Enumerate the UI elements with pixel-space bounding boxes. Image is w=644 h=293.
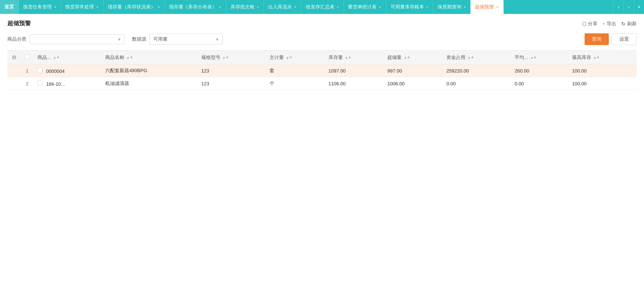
row-capital-1: 0.00 — [443, 77, 511, 90]
col-stock-header[interactable]: 库存量 ▲▼ — [325, 51, 384, 64]
nav-close-all[interactable]: × — [634, 0, 644, 14]
row-select-0[interactable] — [37, 68, 43, 73]
nav-item-order-stats[interactable]: 要货单统计表 × — [344, 0, 386, 14]
col-code-header[interactable]: 商品... ▲▼ — [34, 51, 102, 64]
nav-item-inventory-status[interactable]: 现存量（库存状况表） × — [103, 0, 165, 14]
col-name-header[interactable]: 商品名称 ▲▼ — [102, 51, 198, 64]
nav-label-inout-flow: 出入库流水 — [268, 4, 292, 10]
export-label: 导出 — [607, 21, 616, 27]
nav-label-abnormal: 拣货异常处理 — [65, 4, 94, 10]
nav-close-quality-check[interactable]: × — [464, 5, 466, 9]
row-num-1: 2 — [21, 77, 34, 90]
sort-capital-icon: ▲▼ — [468, 56, 474, 59]
export-button[interactable]: ↑ 导出 — [603, 21, 616, 27]
table-row: 2 186-10... 机油滤清器 123 个 1106.00 1006.00 … — [7, 77, 637, 90]
nav-arrows: ‹ › × — [613, 0, 644, 14]
col-checkbox-header — [21, 51, 34, 64]
row-name-1: 机油滤清器 — [102, 77, 198, 90]
nav-label-overstock-alert: 超储预警 — [475, 4, 494, 10]
refresh-icon: ↻ — [621, 21, 626, 27]
nav-next-arrow[interactable]: › — [623, 0, 634, 14]
col-spec-header[interactable]: 规格型号 ▲▼ — [198, 51, 266, 64]
nav-item-batch[interactable]: 库存批次账 × — [226, 0, 264, 14]
page-title: 超储预警 — [7, 20, 31, 27]
datasource-select[interactable]: 可用量 ▾ — [149, 34, 223, 45]
nav-label-inventory-status: 现存量（库存状况表） — [108, 4, 155, 10]
col-maxstock-header[interactable]: 最高库存 ▲▼ — [568, 51, 637, 64]
sort-unit-icon: ▲▼ — [286, 56, 292, 59]
sort-maxstock-icon: ▲▼ — [593, 56, 600, 59]
row-checkbox-1: 186-10... — [34, 77, 102, 90]
nav-prev-arrow[interactable]: ‹ — [613, 0, 623, 14]
row-spec-0: 123 — [198, 64, 266, 77]
nav-item-abnormal[interactable]: 拣货异常处理 × — [61, 0, 103, 14]
row-overstock-0: 997.00 — [384, 64, 443, 77]
col-avg-header[interactable]: 平均... ▲▼ — [511, 51, 568, 64]
share-icon: ⬡ — [582, 21, 586, 27]
nav-close-overstock-alert[interactable]: × — [496, 5, 498, 9]
category-select[interactable]: ▾ — [29, 34, 125, 44]
select-all-checkbox[interactable] — [25, 54, 30, 59]
row-settings-1 — [7, 77, 21, 90]
nav-close-batch[interactable]: × — [257, 5, 259, 9]
share-button[interactable]: ⬡ 分享 — [582, 21, 597, 27]
row-unit-0: 套 — [266, 64, 325, 77]
nav-label-collect-send: 收发存汇总表 — [306, 4, 334, 10]
sort-overstock-icon: ▲▼ — [404, 56, 410, 59]
datasource-value: 可用量 — [153, 36, 168, 42]
nav-item-collect-send[interactable]: 收发存汇总表 × — [301, 0, 344, 14]
refresh-button[interactable]: ↻ 刷新 — [621, 21, 637, 27]
sort-spec-icon: ▲▼ — [222, 56, 229, 59]
sort-avg-icon: ▲▼ — [530, 56, 537, 59]
filter-actions: 查询 设置 — [585, 33, 637, 45]
page-actions: ⬡ 分享 ↑ 导出 ↻ 刷新 — [582, 21, 637, 27]
query-button[interactable]: 查询 — [585, 33, 609, 45]
table-row: 1 0000004 六配套新昌490BPG 123 套 1097.00 997.… — [7, 64, 637, 77]
page-content: 超储预警 ⬡ 分享 ↑ 导出 ↻ 刷新 商品分类 ▾ 数据源 — [0, 14, 644, 96]
page-header: 超储预警 ⬡ 分享 ↑ 导出 ↻ 刷新 — [7, 20, 637, 27]
nav-label-quality-check: 保质期查询 — [438, 4, 461, 10]
nav-close-available-acct[interactable]: × — [426, 5, 428, 9]
nav-item-task-mgmt[interactable]: 拣货任务管理 × — [19, 0, 61, 14]
nav-item-available-acct[interactable]: 可用量库存账本 × — [386, 0, 433, 14]
nav-item-overstock-alert[interactable]: 超储预警 × — [471, 0, 503, 14]
col-settings-header: ⚙ — [7, 51, 21, 64]
nav-label-task-mgmt: 拣货任务管理 — [23, 4, 52, 10]
nav-close-inventory-status[interactable]: × — [158, 5, 160, 9]
nav-close-inout-flow[interactable]: × — [294, 5, 296, 9]
nav-close-inventory-dist[interactable]: × — [219, 5, 221, 9]
data-table: ⚙ 商品... ▲▼ 商品名称 ▲▼ 规格型号 ▲▼ 主计 — [7, 50, 637, 90]
nav-label-available-acct: 可用量库存账本 — [391, 4, 424, 10]
row-stock-0: 1097.00 — [325, 64, 384, 77]
nav-item-home[interactable]: 首页 — [0, 0, 19, 14]
row-checkbox-0: 0000004 — [34, 64, 102, 77]
row-avg-0: 260.00 — [511, 64, 568, 77]
col-unit-header[interactable]: 主计量 ▲▼ — [266, 51, 325, 64]
nav-item-quality-check[interactable]: 保质期查询 × — [433, 0, 471, 14]
row-settings-0 — [7, 64, 21, 77]
nav-item-inout-flow[interactable]: 出入库流水 × — [264, 0, 301, 14]
row-select-1[interactable] — [37, 81, 43, 86]
row-code-0: 0000004 — [46, 68, 65, 74]
share-label: 分享 — [588, 21, 597, 27]
row-num-0: 1 — [21, 64, 34, 77]
col-capital-header[interactable]: 资金占用 ▲▼ — [443, 51, 511, 64]
top-nav: 首页 拣货任务管理 × 拣货异常处理 × 现存量（库存状况表） × 现存量（库存… — [0, 0, 644, 14]
filter-row: 商品分类 ▾ 数据源 可用量 ▾ 查询 设置 — [7, 33, 637, 45]
nav-close-order-stats[interactable]: × — [379, 5, 381, 9]
nav-item-inventory-dist[interactable]: 现存量（库存分布表） × — [165, 0, 226, 14]
sort-code-icon: ▲▼ — [53, 56, 59, 59]
nav-close-task-mgmt[interactable]: × — [54, 5, 56, 9]
settings-gear-icon[interactable]: ⚙ — [12, 54, 17, 60]
row-maxstock-0: 100.00 — [568, 64, 637, 77]
col-overstock-header[interactable]: 超储量 ▲▼ — [384, 51, 443, 64]
row-overstock-1: 1006.00 — [384, 77, 443, 90]
settings-button[interactable]: 设置 — [612, 33, 637, 45]
datasource-filter: 数据源 可用量 ▾ — [132, 34, 223, 45]
row-spec-1: 123 — [198, 77, 266, 90]
export-icon: ↑ — [603, 21, 605, 27]
nav-close-abnormal[interactable]: × — [96, 5, 98, 9]
row-stock-1: 1106.00 — [325, 77, 384, 90]
sort-stock-icon: ▲▼ — [345, 56, 351, 59]
nav-close-collect-send[interactable]: × — [337, 5, 339, 9]
